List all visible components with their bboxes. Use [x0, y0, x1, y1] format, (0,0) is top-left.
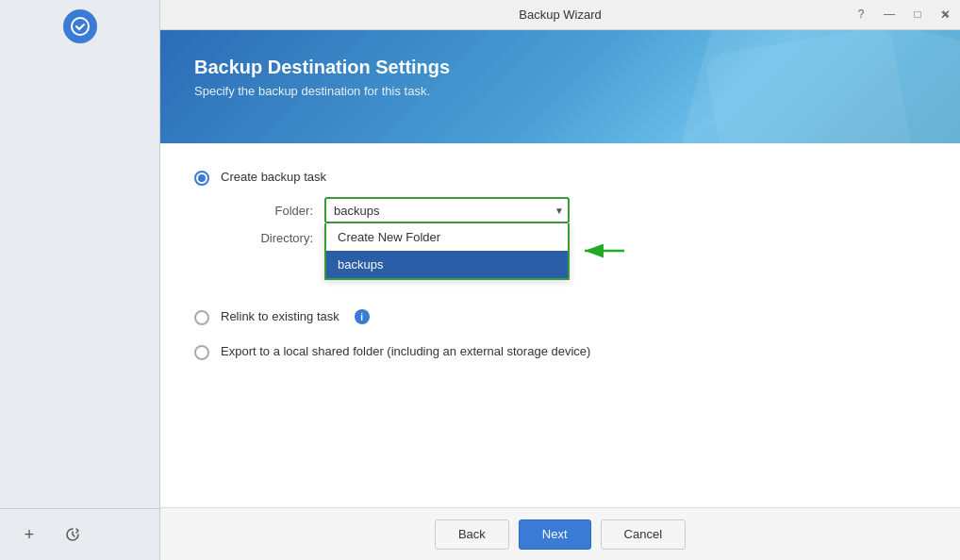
add-button[interactable]: +	[15, 520, 43, 549]
cancel-button[interactable]: Cancel	[601, 519, 686, 550]
sidebar: +	[0, 0, 160, 560]
minimize-button[interactable]: —	[875, 0, 903, 28]
radio-group: Create backup task Folder: backups ▼	[194, 170, 926, 360]
history-button[interactable]	[58, 520, 87, 549]
radio-option-relink: Relink to existing task i	[194, 309, 926, 325]
wizard-container: Backup Wizard ✕ Backup Destination Setti…	[160, 0, 960, 560]
folder-row: Folder: backups ▼ Create New Fo	[247, 197, 570, 223]
wizard-heading: Backup Destination Settings	[194, 57, 926, 78]
radio-option-export: Export to a local shared folder (includi…	[194, 344, 926, 360]
folder-label: Folder:	[247, 204, 313, 218]
title-bar: Backup Wizard ✕	[160, 0, 960, 30]
folder-value: backups	[334, 204, 379, 218]
folder-dropdown[interactable]: backups ▼	[324, 197, 570, 223]
app-top-bar: ? — □ ✕	[847, 0, 960, 28]
wizard-header: Backup Destination Settings Specify the …	[160, 30, 960, 143]
app-window: + ? — □ ✕ Backup Wizard ✕	[0, 0, 960, 560]
radio-relink[interactable]	[194, 310, 209, 325]
dropdown-arrow-icon: ▼	[554, 206, 564, 216]
relink-info-icon[interactable]: i	[355, 309, 370, 324]
selection-arrow-icon	[579, 239, 626, 262]
dropdown-item-create-folder[interactable]: Create New Folder	[326, 223, 568, 251]
radio-create-label: Create backup task	[221, 170, 570, 184]
wizard-subheading: Specify the backup destination for this …	[194, 84, 926, 98]
back-button[interactable]: Back	[435, 519, 509, 550]
wizard-body: Create backup task Folder: backups ▼	[160, 143, 960, 507]
radio-create-backup[interactable]	[194, 171, 209, 186]
folder-dropdown-menu: Create New Folder backups	[324, 223, 570, 280]
radio-option-create: Create backup task Folder: backups ▼	[194, 170, 926, 245]
directory-label: Directory:	[247, 231, 313, 245]
main-area: ? — □ ✕ Backup Wizard ✕ Backup Destinati…	[160, 0, 960, 560]
dropdown-item-backups[interactable]: backups	[326, 251, 568, 278]
radio-export-label: Export to a local shared folder (includi…	[221, 344, 590, 358]
help-button[interactable]: ?	[847, 0, 875, 28]
wizard-footer: Back Next Cancel	[160, 507, 960, 560]
sidebar-bottom-bar: +	[0, 508, 159, 560]
next-button[interactable]: Next	[519, 519, 591, 550]
create-backup-fields: Folder: backups ▼ Create New Fo	[247, 197, 570, 245]
wizard-title: Backup Wizard	[519, 8, 601, 22]
selection-arrow-wrapper	[579, 239, 626, 262]
svg-point-0	[72, 18, 89, 35]
close-app-button[interactable]: ✕	[932, 0, 960, 28]
radio-export[interactable]	[194, 345, 209, 360]
folder-dropdown-wrapper: backups ▼ Create New Folder backups	[324, 197, 570, 223]
maximize-button[interactable]: □	[903, 0, 932, 28]
app-logo	[63, 9, 97, 43]
radio-relink-label: Relink to existing task	[221, 309, 339, 323]
